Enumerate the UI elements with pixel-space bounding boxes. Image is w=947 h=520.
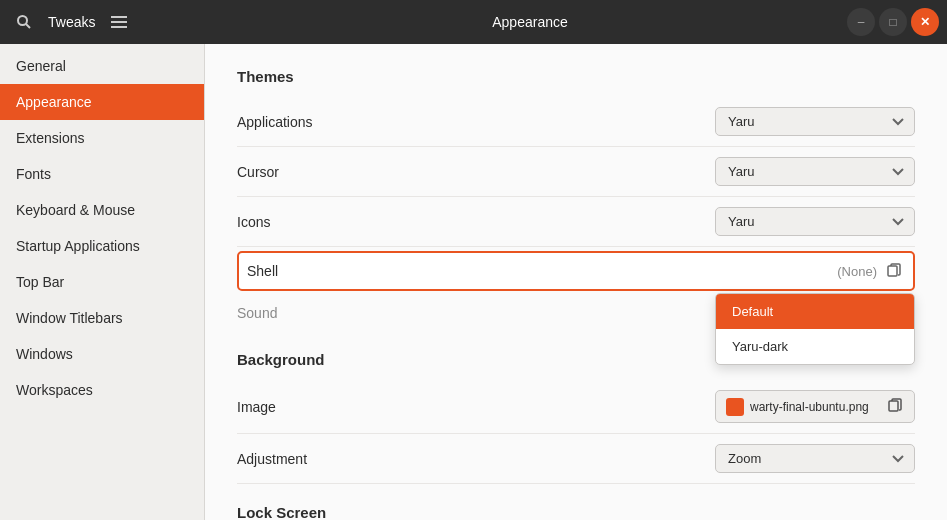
sound-label: Sound (237, 305, 277, 321)
bg-adjustment-row: Adjustment Zoom (237, 434, 915, 484)
sidebar-item-general[interactable]: General (0, 48, 204, 84)
app-name: Tweaks (48, 14, 95, 30)
content-pane: Themes Applications Yaru Cursor Yaru (205, 44, 947, 520)
cursor-row: Cursor Yaru (237, 147, 915, 197)
bg-image-name: warty-final-ubuntu.png (750, 400, 880, 414)
cursor-label: Cursor (237, 164, 715, 180)
icons-control: Yaru (715, 207, 915, 236)
sidebar-item-extensions[interactable]: Extensions (0, 120, 204, 156)
sidebar: General Appearance Extensions Fonts Keyb… (0, 44, 205, 520)
close-button[interactable]: ✕ (911, 8, 939, 36)
icons-row: Icons Yaru (237, 197, 915, 247)
applications-control: Yaru (715, 107, 915, 136)
svg-point-0 (18, 16, 27, 25)
shell-value-area: (None) (837, 261, 905, 282)
cursor-dropdown[interactable]: Yaru (715, 157, 915, 186)
bg-adjustment-control: Zoom (715, 444, 915, 473)
sidebar-item-window-titlebars[interactable]: Window Titlebars (0, 300, 204, 336)
bg-image-file-button[interactable] (886, 396, 904, 417)
lock-screen-section-title: Lock Screen (237, 504, 915, 520)
icons-label: Icons (237, 214, 715, 230)
shell-none-text: (None) (837, 264, 877, 279)
bg-adjustment-label: Adjustment (237, 451, 715, 467)
sidebar-item-windows[interactable]: Windows (0, 336, 204, 372)
bg-adjustment-dropdown[interactable]: Zoom (715, 444, 915, 473)
svg-rect-6 (889, 401, 898, 411)
maximize-button[interactable]: □ (879, 8, 907, 36)
shell-dropdown-overlay: Default Yaru-dark (715, 293, 915, 365)
search-button[interactable] (8, 6, 40, 38)
bg-image-field[interactable]: warty-final-ubuntu.png (715, 390, 915, 423)
applications-row: Applications Yaru (237, 97, 915, 147)
applications-dropdown[interactable]: Yaru (715, 107, 915, 136)
svg-line-1 (26, 24, 30, 28)
shell-label: Shell (247, 259, 837, 283)
applications-label: Applications (237, 114, 715, 130)
bg-image-control: warty-final-ubuntu.png (715, 390, 915, 423)
sidebar-item-fonts[interactable]: Fonts (0, 156, 204, 192)
shell-row: Shell (None) (237, 251, 915, 291)
main-content: General Appearance Extensions Fonts Keyb… (0, 44, 947, 520)
icons-dropdown[interactable]: Yaru (715, 207, 915, 236)
sidebar-item-startup-applications[interactable]: Startup Applications (0, 228, 204, 264)
shell-dropdown-item-default[interactable]: Default (716, 294, 914, 329)
svg-rect-5 (888, 266, 897, 276)
cursor-control: Yaru (715, 157, 915, 186)
themes-section-title: Themes (237, 68, 915, 85)
app-window: Tweaks Appearance – □ ✕ General Appearan… (0, 0, 947, 520)
shell-copy-button[interactable] (883, 261, 905, 282)
sidebar-item-top-bar[interactable]: Top Bar (0, 264, 204, 300)
window-controls: – □ ✕ (847, 8, 939, 36)
sidebar-item-workspaces[interactable]: Workspaces (0, 372, 204, 408)
shell-dropdown-item-yaru-dark[interactable]: Yaru-dark (716, 329, 914, 364)
titlebar: Tweaks Appearance – □ ✕ (0, 0, 947, 44)
titlebar-left: Tweaks (8, 6, 213, 38)
bg-image-thumb (726, 398, 744, 416)
page-title: Appearance (213, 14, 847, 30)
bg-image-row: Image warty-final-ubuntu.png (237, 380, 915, 434)
sidebar-item-appearance[interactable]: Appearance (0, 84, 204, 120)
minimize-button[interactable]: – (847, 8, 875, 36)
hamburger-button[interactable] (103, 6, 135, 38)
bg-image-label: Image (237, 399, 715, 415)
sidebar-item-keyboard-mouse[interactable]: Keyboard & Mouse (0, 192, 204, 228)
